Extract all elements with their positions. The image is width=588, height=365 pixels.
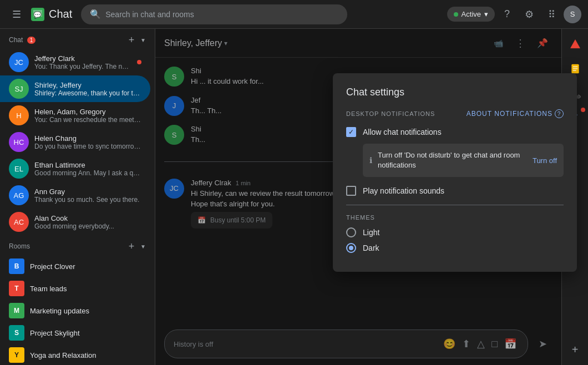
- sidebar: Chat 1 + ▼ JC Jeffery Clark You: Thank y…: [0, 29, 155, 365]
- main-layout: Chat 1 + ▼ JC Jeffery Clark You: Thank y…: [0, 29, 588, 365]
- topbar: ☰ 💬 Chat 🔍 Active ▾ ? ⚙ ⠿ S: [0, 0, 588, 29]
- settings-button[interactable]: ⚙: [519, 4, 539, 24]
- avatar: AC: [9, 212, 29, 232]
- theme-light-radio[interactable]: [346, 227, 356, 237]
- chat-section-label: Chat 1: [9, 36, 36, 44]
- dnd-notice: ℹ Turn off 'Do not disturb' to get chat …: [363, 144, 564, 177]
- rooms-list: B Project Clover T Team leads M Marketin…: [0, 255, 155, 365]
- search-bar[interactable]: 🔍: [81, 4, 347, 24]
- svg-rect-5: [572, 67, 577, 67]
- room-icon: T: [9, 281, 24, 296]
- rooms-section-label: Rooms: [9, 242, 30, 250]
- allow-chat-row: ✓ Allow chat notifications: [346, 127, 564, 137]
- search-icon: 🔍: [90, 9, 101, 19]
- room-icon: M: [9, 303, 24, 318]
- drive-icon-button[interactable]: [564, 33, 586, 55]
- user-initial: S: [570, 10, 575, 18]
- allow-chat-checkbox[interactable]: ✓: [346, 127, 356, 137]
- app-title: Chat: [49, 8, 72, 21]
- chat-item[interactable]: H Helen, Adam, Gregory You: Can we resch…: [0, 102, 150, 129]
- rooms-add-button[interactable]: +: [125, 240, 138, 253]
- avatar: EL: [9, 159, 29, 179]
- status-dropdown-icon: ▾: [484, 10, 488, 18]
- chat-area: Shirley, Jeffery ▾ 📹 ⋮ 📌 S Shi Hi ... it…: [155, 29, 561, 365]
- themes-label: THEMES: [346, 214, 564, 221]
- unread-indicator: [137, 60, 141, 64]
- chat-add-button[interactable]: +: [125, 33, 138, 47]
- rooms-caret-icon: ▼: [140, 244, 146, 250]
- chat-list: JC Jeffery Clark You: Thank you Jeffery.…: [0, 49, 155, 235]
- chat-item[interactable]: AC Alan Cook Good morning everybody...: [0, 209, 150, 235]
- chat-item-active[interactable]: SJ Shirley, Jeffery Shirley: Awesome, th…: [0, 75, 150, 102]
- allow-chat-label: Allow chat notifications: [363, 128, 442, 136]
- modal-divider: [346, 205, 564, 205]
- chat-caret-icon: ▼: [140, 37, 146, 43]
- room-item[interactable]: S Project Skylight: [0, 322, 150, 344]
- avatar: JC: [9, 52, 29, 72]
- theme-light-label: Light: [363, 228, 379, 237]
- chat-item[interactable]: EL Ethan Lattimore Good morning Ann. May…: [0, 155, 150, 182]
- room-item[interactable]: M Marketing updates: [0, 300, 150, 322]
- room-item[interactable]: T Team leads: [0, 277, 150, 300]
- status-button[interactable]: Active ▾: [447, 7, 495, 22]
- play-sounds-row: Play notification sounds: [346, 186, 564, 196]
- tasks-badge: [581, 108, 585, 112]
- svg-text:💬: 💬: [33, 11, 42, 19]
- search-input[interactable]: [105, 10, 338, 19]
- add-app-button[interactable]: +: [564, 338, 586, 361]
- avatar: AG: [9, 185, 29, 205]
- chat-item[interactable]: AG Ann Gray Thank you so much. See you t…: [0, 182, 150, 209]
- svg-rect-7: [572, 70, 576, 71]
- chat-settings-modal: Chat settings DESKTOP NOTIFICATIONS Abou…: [333, 73, 577, 272]
- avatar: SJ: [9, 79, 29, 99]
- user-avatar[interactable]: S: [564, 6, 581, 23]
- about-notifications-link[interactable]: About notifications ?: [467, 109, 564, 118]
- help-circle-icon: ?: [555, 109, 564, 118]
- help-button[interactable]: ?: [497, 4, 517, 24]
- chat-badge: 1: [27, 37, 36, 44]
- room-icon: B: [9, 258, 24, 274]
- radio-selected-dot: [349, 246, 353, 250]
- play-sounds-label: Play notification sounds: [363, 186, 444, 195]
- status-dot: [454, 12, 458, 17]
- svg-marker-2: [570, 40, 580, 48]
- room-icon: Y: [9, 347, 24, 363]
- theme-dark-radio[interactable]: [346, 243, 356, 253]
- chat-item[interactable]: JC Jeffery Clark You: Thank you Jeffery.…: [0, 49, 150, 75]
- topbar-right: Active ▾ ? ⚙ ⠿ S: [447, 4, 581, 24]
- avatar: HC: [9, 132, 29, 152]
- room-item[interactable]: Y Yoga and Relaxation: [0, 344, 150, 365]
- dnd-text: Turn off 'Do not disturb' to get chat an…: [378, 150, 527, 170]
- status-label: Active: [462, 10, 481, 18]
- theme-dark-label: Dark: [363, 244, 379, 252]
- chat-section-header[interactable]: Chat 1 + ▼: [0, 29, 155, 49]
- chat-item[interactable]: HC Helen Chang Do you have time to sync …: [0, 129, 150, 155]
- chat-logo: 💬: [31, 8, 44, 21]
- modal-title: Chat settings: [346, 87, 564, 98]
- rooms-section-header[interactable]: Rooms + ▼: [0, 235, 155, 255]
- avatar: H: [9, 105, 29, 125]
- theme-dark-row[interactable]: Dark: [346, 243, 564, 253]
- turn-off-button[interactable]: Turn off: [533, 156, 557, 165]
- play-sounds-checkbox[interactable]: [346, 186, 356, 196]
- menu-button[interactable]: ☰: [7, 4, 27, 24]
- desktop-notifications-label: DESKTOP NOTIFICATIONS About notification…: [346, 109, 564, 118]
- room-item[interactable]: B Project Clover: [0, 255, 150, 277]
- info-icon: ℹ: [369, 156, 372, 165]
- theme-light-row[interactable]: Light: [346, 227, 564, 237]
- apps-button[interactable]: ⠿: [541, 4, 561, 24]
- svg-rect-6: [572, 68, 577, 69]
- room-icon: S: [9, 325, 24, 341]
